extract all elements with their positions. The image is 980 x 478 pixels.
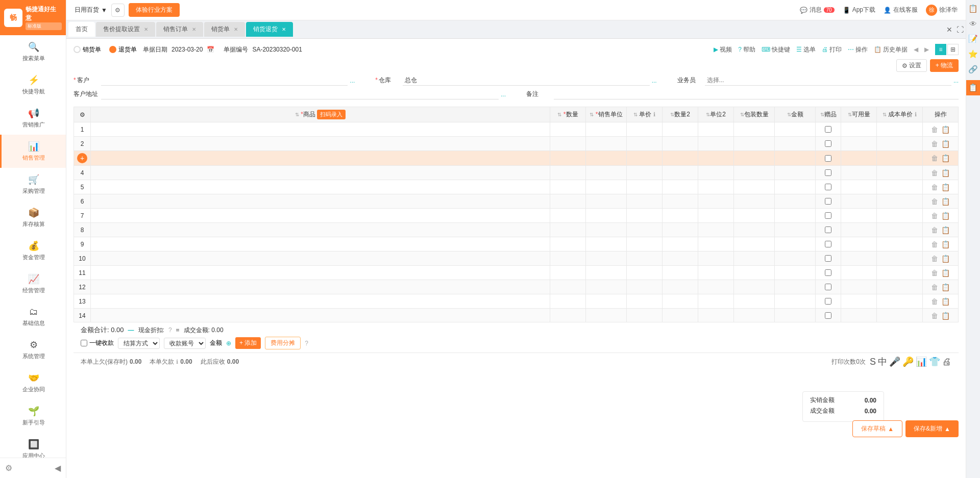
qty2-cell-1[interactable] <box>663 122 698 137</box>
gift-checkbox-10[interactable] <box>825 255 831 262</box>
copy-icon-7[interactable]: 📋 <box>941 212 950 220</box>
cost-cell-13[interactable] <box>877 294 923 309</box>
cost-cell-1[interactable] <box>877 122 923 137</box>
delete-icon-1[interactable]: 🗑 <box>931 125 938 134</box>
unit2-cell-14[interactable] <box>698 309 734 322</box>
gift-checkbox-4[interactable] <box>825 169 831 176</box>
sidebar-item-marketing[interactable]: 📢 营销推广 <box>0 102 66 135</box>
product-cell-10[interactable] <box>91 251 550 266</box>
pack-cell-6[interactable] <box>734 194 775 209</box>
delete-icon-8[interactable]: 🗑 <box>931 226 938 234</box>
amount-cell-9[interactable] <box>775 237 816 251</box>
price-cell-1[interactable] <box>627 122 663 137</box>
pack-cell-8[interactable] <box>734 223 775 237</box>
cost-cell-6[interactable] <box>877 194 923 209</box>
qty-cell-13[interactable] <box>550 294 586 309</box>
daily-selector[interactable]: 日用百货 ▼ <box>75 6 107 14</box>
user-avatar[interactable]: 徐 徐泽华 <box>926 5 958 16</box>
sidebar-item-enterprise[interactable]: 🤝 企业协同 <box>0 366 66 399</box>
price-cell-10[interactable] <box>627 251 663 266</box>
delete-icon-14[interactable]: 🗑 <box>931 312 938 320</box>
cost-cell-8[interactable] <box>877 223 923 237</box>
bank-select[interactable]: 收款账号 <box>164 338 206 349</box>
settings-btn[interactable]: ⚙ 设置 <box>896 59 927 72</box>
unit2-cell-4[interactable] <box>698 166 734 180</box>
warehouse-dots[interactable]: ... <box>652 77 657 84</box>
amount-cell-11[interactable] <box>775 266 816 280</box>
qty-cell-1[interactable] <box>550 122 586 137</box>
copy-icon-8[interactable]: 📋 <box>941 226 950 234</box>
cost-cell-14[interactable] <box>877 309 923 322</box>
avail-cell-7[interactable] <box>841 209 877 223</box>
address-input[interactable] <box>101 89 499 99</box>
gift-checkbox-13[interactable] <box>825 298 831 305</box>
cost-cell-2[interactable] <box>877 137 923 151</box>
settings-bottom-icon[interactable]: ⚙ <box>5 463 12 473</box>
unit-cell-8[interactable] <box>586 223 627 237</box>
copy-icon-14[interactable]: 📋 <box>941 312 950 320</box>
operate-btn[interactable]: ⋯ 操作 <box>848 45 868 54</box>
sidebar-item-basic[interactable]: 🗂 基础信息 <box>0 300 66 333</box>
price-cell-14[interactable] <box>627 309 663 322</box>
copy-icon-5[interactable]: 📋 <box>941 183 950 191</box>
amount-cell-2[interactable] <box>775 137 816 151</box>
sidebar-item-shortcut[interactable]: ⚡ 快捷导航 <box>0 68 66 102</box>
product-cell-13[interactable] <box>91 294 550 309</box>
avail-cell-4[interactable] <box>841 166 877 180</box>
delete-icon-13[interactable]: 🗑 <box>931 297 938 306</box>
tab-order[interactable]: 销售订单 ✕ <box>156 22 203 37</box>
qty-cell-12[interactable] <box>550 280 586 294</box>
price-cell-8[interactable] <box>627 223 663 237</box>
tool-icon-1[interactable]: S <box>870 357 876 367</box>
unit-cell-6[interactable] <box>586 194 627 209</box>
cost-cell-3[interactable] <box>877 151 923 166</box>
discount-help-icon[interactable]: ? <box>168 326 172 334</box>
qty-cell-14[interactable] <box>550 309 586 322</box>
qty-cell-3[interactable] <box>550 151 586 166</box>
next-btn[interactable]: ▶ <box>924 46 929 53</box>
delete-icon-9[interactable]: 🗑 <box>931 240 938 248</box>
copy-icon-11[interactable]: 📋 <box>941 269 950 277</box>
amount-cell-8[interactable] <box>775 223 816 237</box>
price-cell-12[interactable] <box>627 280 663 294</box>
cost-cell-12[interactable] <box>877 280 923 294</box>
amount-cell-10[interactable] <box>775 251 816 266</box>
amount-cell-13[interactable] <box>775 294 816 309</box>
app-download-btn[interactable]: 📱 App下载 <box>843 6 875 14</box>
radio-return[interactable]: 退货单 <box>109 45 137 54</box>
price-cell-13[interactable] <box>627 294 663 309</box>
copy-icon-12[interactable]: 📋 <box>941 283 950 291</box>
right-panel-icon-4[interactable]: ⭐ <box>968 49 978 59</box>
copy-icon-6[interactable]: 📋 <box>941 197 950 206</box>
sidebar-item-inventory[interactable]: 📦 库存核算 <box>0 201 66 234</box>
unit2-cell-11[interactable] <box>698 266 734 280</box>
product-cell-12[interactable] <box>91 280 550 294</box>
qty2-cell-5[interactable] <box>663 180 698 194</box>
tool-icon-6[interactable]: 👕 <box>929 356 940 367</box>
delete-icon-2[interactable]: 🗑 <box>931 140 938 148</box>
unit-cell-5[interactable] <box>586 180 627 194</box>
unit-cell-3[interactable] <box>586 151 627 166</box>
price-cell-2[interactable] <box>627 137 663 151</box>
tool-icon-7[interactable]: 🖨 <box>942 357 951 367</box>
tab-return-close[interactable]: ✕ <box>282 27 286 32</box>
product-cell-5[interactable] <box>91 180 550 194</box>
unit-cell-1[interactable] <box>586 122 627 137</box>
tool-icon-5[interactable]: 📊 <box>916 356 927 367</box>
tab-price[interactable]: 售价提取设置 ✕ <box>96 22 155 37</box>
sidebar-item-sales[interactable]: 📊 销售管理 <box>0 135 66 168</box>
unit-cell-13[interactable] <box>586 294 627 309</box>
one-key-checkbox[interactable]: 一键收款 <box>81 339 114 347</box>
unit2-cell-10[interactable] <box>698 251 734 266</box>
qty2-cell-6[interactable] <box>663 194 698 209</box>
sidebar-item-operations[interactable]: 📈 经营管理 <box>0 267 66 300</box>
sidebar-item-purchase[interactable]: 🛒 采购管理 <box>0 168 66 201</box>
right-panel-icon-2[interactable]: 👁 <box>969 19 977 28</box>
qty-cell-4[interactable] <box>550 166 586 180</box>
unit2-cell-7[interactable] <box>698 209 734 223</box>
amount-cell-5[interactable] <box>775 180 816 194</box>
cost-cell-7[interactable] <box>877 209 923 223</box>
qty-cell-7[interactable] <box>550 209 586 223</box>
unit2-cell-1[interactable] <box>698 122 734 137</box>
col-settings-header[interactable]: ⚙ <box>74 107 91 122</box>
